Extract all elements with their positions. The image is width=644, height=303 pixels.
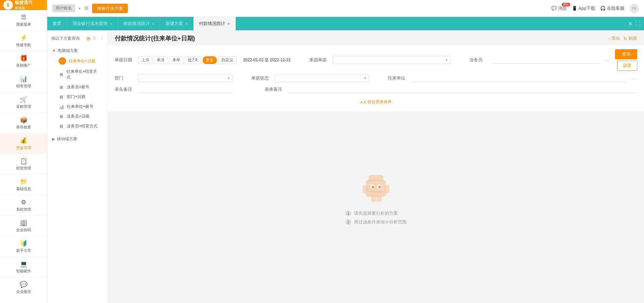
- nav-item-partner-date[interactable]: ○ 往来单位+日期: [51, 55, 104, 67]
- page-title: 付款情况统计(往来单位+日期): [115, 34, 195, 42]
- nav-item-salesman-settle[interactable]: ⊞ 业务员+结算方式: [51, 121, 104, 131]
- nav-item-partner-settle-label: 往来单位+结算方式: [66, 69, 100, 80]
- nav-item-partner-account-label: 往来单位+账号: [67, 104, 93, 110]
- sidebar-item-member[interactable]: ◇ 畅会员: [0, 298, 47, 303]
- topbar-right: 💬 消息 99+ 📱 App下载 🎧 在线客服 Rit: [551, 4, 639, 13]
- sales-icon: 📊: [20, 75, 27, 83]
- left-nav-title: 按以下方案查询 ⊕ ⚙ 《: [47, 34, 108, 44]
- table-header-note-label: 表头备注: [115, 86, 133, 92]
- svg-rect-4: [377, 195, 382, 202]
- mobile-section-header[interactable]: ▶ 移动端方案: [51, 134, 104, 144]
- doc-status-label: 单据状态: [251, 75, 270, 81]
- desktop-section-header[interactable]: ▼ 电脑端方案: [51, 46, 104, 55]
- export-icon: ↑: [608, 36, 610, 41]
- sidebar-item-sales[interactable]: 📊 销售管理: [0, 72, 47, 92]
- doc-status-select[interactable]: ▾: [275, 74, 369, 82]
- left-nav-settings-btn[interactable]: ⚙: [92, 35, 97, 42]
- source-select[interactable]: ▾: [333, 56, 451, 64]
- sidebar-item-guide[interactable]: 🔰 新手引导: [0, 236, 47, 257]
- tabbar: 首页 现金银行流水查询 ✕ 收款情况统计 ✕ 新建方案 ✕ 付款情况统计 ✕ ✕…: [47, 17, 644, 30]
- filter-row-1: 单据日期 上月 本月 本年 近7天 更多 自定义 2022-01-01 至 20…: [115, 49, 637, 71]
- topbar-settings-icon[interactable]: ⚙: [84, 5, 89, 11]
- tab-payment-stats-close[interactable]: ✕: [227, 22, 230, 26]
- tab-home[interactable]: 首页: [47, 17, 67, 30]
- app-download-btn[interactable]: 📱 App下载: [572, 5, 595, 11]
- online-service-btn[interactable]: 🎧 在线客服: [600, 5, 624, 11]
- partner-dots[interactable]: ···: [632, 76, 637, 81]
- sidebar-item-label: 基础信息: [16, 186, 31, 191]
- table-body-note-input[interactable]: [288, 86, 637, 93]
- message-btn[interactable]: 💬 消息 99+: [551, 5, 567, 11]
- sidebar-item-label: 经营管理: [16, 166, 31, 171]
- sidebar-item-inventory[interactable]: 📦 库存核算: [0, 113, 47, 133]
- left-nav: 按以下方案查询 ⊕ ⚙ 《 ▼ 电脑端方案 ○ 往来单位+日期: [47, 30, 108, 303]
- sidebar-item-purchase[interactable]: 🛒 采购管理: [0, 92, 47, 113]
- sidebar-item-label: 企业微信: [16, 289, 31, 294]
- sidebar-item-marketing[interactable]: 🎁 营销推广: [0, 51, 47, 72]
- table-header-note-input[interactable]: [138, 86, 233, 93]
- svg-point-8: [372, 186, 374, 188]
- left-nav-add-btn[interactable]: ⊕: [86, 35, 90, 42]
- date-btn-custom[interactable]: 自定义: [218, 56, 236, 64]
- refresh-btn[interactable]: ↻ 刷新: [623, 35, 637, 41]
- tab-cash-flow[interactable]: 现金银行流水查询 ✕: [67, 17, 118, 30]
- sidebar-item-search-menu[interactable]: ☰ 搜索菜单: [0, 10, 47, 31]
- settings-btn[interactable]: 设置: [617, 61, 637, 71]
- tab-receivables[interactable]: 收款情况统计 ✕: [118, 17, 160, 30]
- tab-new-plan[interactable]: 新建方案 ✕: [160, 17, 194, 30]
- user-avatar[interactable]: Rit: [630, 4, 639, 13]
- sidebar-item-label: 营销推广: [16, 63, 31, 68]
- tab-payment-stats[interactable]: 付款情况统计 ✕: [194, 17, 236, 30]
- collapse-bar[interactable]: ∧∧ 收起更多条件: [115, 96, 637, 108]
- source-label: 来源单据: [309, 57, 328, 63]
- export-btn[interactable]: ↑ 导出: [608, 35, 620, 41]
- empty-tip-1: 1 请先选择要分析的方案: [345, 210, 407, 216]
- topbar-dropdown-icon[interactable]: ▾: [79, 6, 81, 11]
- main-area: 用户姓名 ▾ ⚙ 体验行业方案 💬 消息 99+ 📱 App下载 🎧 在线客服 …: [47, 0, 644, 303]
- date-range-text: 2022-01-01 至 2022-12-31: [243, 57, 291, 63]
- salesman-input[interactable]: [493, 56, 599, 64]
- dept-select[interactable]: ▾: [138, 74, 233, 82]
- system-icon: ⚙: [21, 199, 26, 206]
- industry-btn[interactable]: 体验行业方案: [92, 4, 128, 13]
- refresh-icon: ↻: [623, 36, 627, 41]
- nav-item-dept-date[interactable]: ⊞ 部门+日期: [51, 92, 104, 102]
- nav-item-salesman-date[interactable]: ⊞ 业务员+日期: [51, 112, 104, 121]
- tab-expand-btn[interactable]: ⛶: [635, 21, 641, 27]
- tab-new-plan-close[interactable]: ✕: [185, 22, 188, 26]
- svg-point-9: [378, 186, 381, 188]
- quick-nav-icon: ⚡: [20, 34, 27, 41]
- message-icon: 💬: [551, 6, 557, 11]
- nav-item-salesman-date-label: 业务员+日期: [67, 114, 89, 119]
- date-btn-this-year[interactable]: 本年: [169, 56, 183, 64]
- sidebar-item-finance[interactable]: 💰 资金管理: [0, 133, 47, 154]
- wechat-icon: 💬: [20, 281, 27, 288]
- salesman-dots[interactable]: ···: [604, 58, 610, 63]
- date-btn-last-month[interactable]: 上月: [138, 56, 152, 64]
- tab-close-all-btn[interactable]: ✕: [628, 21, 633, 27]
- nav-item-partner-settle[interactable]: ⊞ 往来单位+结算方式: [51, 67, 104, 82]
- date-btn-7days[interactable]: 近7天: [185, 56, 201, 64]
- page-header-actions: ↑ 导出 ↻ 刷新: [608, 35, 638, 41]
- nav-item-salesman-account[interactable]: ⊞ 业务员+账号: [51, 82, 104, 92]
- nav-item-partner-account[interactable]: 📊 往来单位+账号: [51, 102, 104, 112]
- sidebar-item-operation[interactable]: 📋 经营管理: [0, 154, 47, 175]
- sidebar-item-system[interactable]: ⚙ 系统管理: [0, 195, 47, 216]
- operation-icon: 📋: [20, 157, 27, 165]
- sidebar-item-basic-info[interactable]: 📁 基础信息: [0, 175, 47, 195]
- collapse-label: 收起更多条件: [368, 99, 392, 105]
- sidebar-item-enterprise[interactable]: 🏢 企业协同: [0, 216, 47, 236]
- date-btn-this-month[interactable]: 本月: [154, 56, 168, 64]
- query-btn[interactable]: 查询: [615, 49, 637, 59]
- sidebar-item-smart-hw[interactable]: 💻 智能硬件: [0, 257, 47, 277]
- sidebar-item-label: 企业协同: [16, 228, 31, 233]
- tab-cash-flow-close[interactable]: ✕: [110, 22, 112, 26]
- left-nav-collapse-btn[interactable]: 《: [99, 35, 104, 42]
- mobile-section: ▶ 移动端方案: [47, 133, 108, 145]
- partner-input[interactable]: [411, 74, 626, 82]
- sidebar-item-wechat[interactable]: 💬 企业微信: [0, 277, 47, 298]
- date-btn-more[interactable]: 更多: [203, 56, 217, 64]
- tab-receivables-close[interactable]: ✕: [152, 22, 154, 26]
- dept-label: 部门: [115, 75, 133, 81]
- sidebar-item-quick-nav[interactable]: ⚡ 快捷导航: [0, 31, 47, 51]
